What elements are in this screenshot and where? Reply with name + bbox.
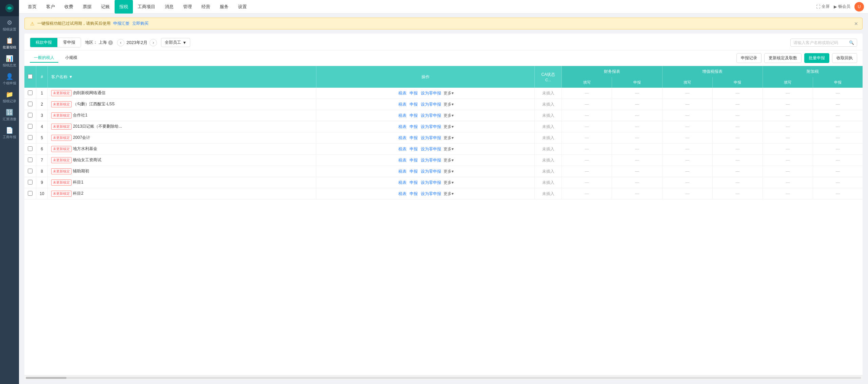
tab-tax-declaration[interactable]: 税款申报: [30, 38, 58, 47]
row-op-cell: 税表 申报 设为零申报 更多▾: [316, 110, 534, 121]
nav-message[interactable]: 消息: [160, 0, 178, 14]
op-tax-table-link[interactable]: 税表: [398, 169, 407, 174]
op-tax-table-link[interactable]: 税表: [398, 147, 407, 151]
tab-general-taxpayer[interactable]: 一般的税人: [30, 54, 58, 63]
op-tax-table-link[interactable]: 税表: [398, 180, 407, 185]
nav-invoice[interactable]: 票据: [78, 0, 96, 14]
sidebar-item-personal-tax[interactable]: 👤 个税申报: [0, 70, 19, 88]
sidebar-item-biz-annual[interactable]: 📄 工商年报: [0, 124, 19, 142]
op-apply-link[interactable]: 申报: [410, 124, 418, 129]
op-tax-table-link[interactable]: 税表: [398, 191, 407, 196]
banner-close-button[interactable]: ✕: [854, 21, 858, 26]
row-checkbox-4[interactable]: [28, 124, 33, 129]
op-set-zero-link[interactable]: 设为零申报: [421, 124, 441, 129]
op-tax-table-link[interactable]: 税表: [398, 135, 407, 140]
op-more-button[interactable]: 更多▾: [443, 191, 454, 197]
banner-link2[interactable]: 立即购买: [132, 21, 149, 26]
scrollbar-thumb[interactable]: [26, 377, 66, 379]
table-row: 1 未更新核定勿削新税网络通信 税表 申报 设为零申报 更多▾ 未插入 — — …: [24, 88, 863, 99]
op-set-zero-link[interactable]: 设为零申报: [421, 180, 441, 185]
row-checkbox-9[interactable]: [28, 180, 33, 185]
sidebar-item-tax-record[interactable]: 📁 报税记录: [0, 88, 19, 106]
op-set-zero-link[interactable]: 设为零申报: [421, 158, 441, 163]
op-apply-link[interactable]: 申报: [410, 147, 418, 151]
sidebar-item-tax-settings[interactable]: ⚙ 报税设置: [0, 16, 19, 34]
op-apply-link[interactable]: 申报: [410, 135, 418, 140]
op-apply-link[interactable]: 申报: [410, 158, 418, 163]
row-tax-report-cell: —: [712, 188, 763, 199]
nav-billing[interactable]: 收费: [60, 0, 78, 14]
row-checkbox-2[interactable]: [28, 102, 33, 106]
banner-link1[interactable]: 申报汇签: [113, 21, 130, 26]
batch-apply-button[interactable]: 批量申报: [804, 53, 829, 63]
row-checkbox-3[interactable]: [28, 113, 33, 118]
update-confirm-button[interactable]: 更新核定及取数: [764, 53, 802, 63]
fullscreen-button[interactable]: ⛶ 全屏: [816, 4, 830, 9]
op-more-button[interactable]: 更多▾: [443, 124, 454, 130]
tab-small-scale[interactable]: 小规模: [61, 54, 81, 63]
op-apply-link[interactable]: 申报: [410, 102, 418, 107]
search-icon[interactable]: 🔍: [849, 40, 854, 45]
op-set-zero-link[interactable]: 设为零申报: [421, 191, 441, 196]
row-checkbox-7[interactable]: [28, 157, 33, 162]
nav-home[interactable]: 首页: [23, 0, 41, 14]
row-num-cell: 9: [36, 177, 48, 188]
region-info-icon[interactable]: i: [108, 40, 113, 45]
op-more-button[interactable]: 更多▾: [443, 90, 454, 96]
horizontal-scrollbar[interactable]: [24, 375, 863, 380]
nav-operation[interactable]: 经营: [197, 0, 215, 14]
nav-service[interactable]: 服务: [215, 0, 233, 14]
date-next-button[interactable]: ›: [150, 39, 157, 46]
op-more-button[interactable]: 更多▾: [443, 102, 454, 107]
row-checkbox-10[interactable]: [28, 191, 33, 196]
select-all-checkbox[interactable]: [28, 74, 33, 79]
op-tax-table-link[interactable]: 税表: [398, 158, 407, 163]
apply-record-button[interactable]: 申报记录: [736, 53, 762, 63]
op-apply-link[interactable]: 申报: [410, 113, 418, 118]
op-apply-link[interactable]: 申报: [410, 169, 418, 174]
op-more-button[interactable]: 更多▾: [443, 169, 454, 174]
op-set-zero-link[interactable]: 设为零申报: [421, 91, 441, 95]
nav-bookkeeping[interactable]: 记账: [96, 0, 115, 14]
row-num-cell: 8: [36, 166, 48, 177]
sidebar-item-batch-tax[interactable]: 📋 批量报税: [0, 34, 19, 52]
date-prev-button[interactable]: ‹: [117, 39, 124, 46]
row-check-cell: [24, 121, 36, 132]
op-more-button[interactable]: 更多▾: [443, 135, 454, 141]
op-set-zero-link[interactable]: 设为零申报: [421, 113, 441, 118]
op-apply-link[interactable]: 申报: [410, 180, 418, 185]
op-more-button[interactable]: 更多▾: [443, 146, 454, 152]
tab-zero-declaration[interactable]: 零申报: [58, 38, 81, 47]
fetch-back-button[interactable]: 收取回执: [832, 53, 857, 63]
row-check-cell: [24, 144, 36, 155]
op-set-zero-link[interactable]: 设为零申报: [421, 147, 441, 151]
op-apply-link[interactable]: 申报: [410, 91, 418, 95]
op-tax-table-link[interactable]: 税表: [398, 124, 407, 129]
search-input[interactable]: [793, 40, 848, 45]
op-more-button[interactable]: 更多▾: [443, 113, 454, 119]
op-set-zero-link[interactable]: 设为零申报: [421, 102, 441, 107]
op-set-zero-link[interactable]: 设为零申报: [421, 169, 441, 174]
nav-client[interactable]: 客户: [41, 0, 60, 14]
row-checkbox-5[interactable]: [28, 135, 33, 140]
sidebar-item-calc-clear[interactable]: 🔢 汇算清缴: [0, 106, 19, 124]
op-set-zero-link[interactable]: 设为零申报: [421, 135, 441, 140]
th-name[interactable]: 客户名称 ▼: [48, 66, 316, 88]
op-more-button[interactable]: 更多▾: [443, 157, 454, 163]
dept-select[interactable]: 全部员工 ▼: [161, 38, 190, 47]
op-apply-link[interactable]: 申报: [410, 191, 418, 196]
row-checkbox-6[interactable]: [28, 146, 33, 151]
user-avatar[interactable]: U: [854, 2, 864, 12]
nav-settings[interactable]: 设置: [233, 0, 252, 14]
op-more-button[interactable]: 更多▾: [443, 180, 454, 186]
row-checkbox-1[interactable]: [28, 90, 33, 95]
nav-tax[interactable]: 报税: [115, 0, 133, 14]
vip-button[interactable]: ▶ 畅会员: [834, 4, 850, 9]
nav-manage[interactable]: 管理: [178, 0, 197, 14]
op-tax-table-link[interactable]: 税表: [398, 102, 407, 107]
nav-biz-project[interactable]: 工商项目: [133, 0, 160, 14]
row-checkbox-8[interactable]: [28, 169, 33, 173]
sidebar-item-tax-overview[interactable]: 📊 报税总览: [0, 52, 19, 70]
op-tax-table-link[interactable]: 税表: [398, 91, 407, 95]
op-tax-table-link[interactable]: 税表: [398, 113, 407, 118]
